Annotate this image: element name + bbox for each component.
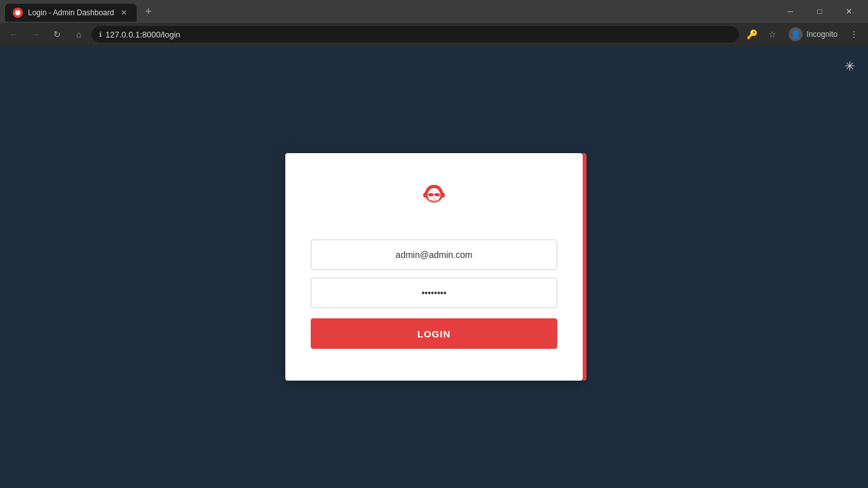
- password-input[interactable]: [311, 278, 557, 308]
- incognito-label: Incognito: [806, 30, 837, 39]
- svg-rect-2: [428, 193, 433, 196]
- back-button[interactable]: ←: [5, 25, 23, 43]
- login-card: LOGIN: [285, 153, 583, 381]
- home-button[interactable]: ⌂: [70, 25, 88, 43]
- new-tab-button[interactable]: +: [139, 3, 157, 20]
- url-host: 127.0.0.1:8000/login: [105, 30, 180, 39]
- svg-rect-3: [435, 193, 440, 196]
- login-button[interactable]: LOGIN: [311, 318, 557, 349]
- star-icon[interactable]: ☆: [763, 25, 781, 43]
- forward-button[interactable]: →: [27, 25, 44, 43]
- admin-avatar-icon: [414, 179, 454, 219]
- browser-chrome: Login - Admin Dashboard ✕ + ─ □ ✕ ← → ↻ …: [0, 0, 868, 46]
- svg-point-7: [441, 193, 445, 198]
- email-input[interactable]: [311, 240, 557, 270]
- svg-point-6: [423, 193, 427, 198]
- refresh-button[interactable]: ↻: [48, 25, 66, 43]
- incognito-button[interactable]: 👤 Incognito: [783, 26, 843, 43]
- tab-favicon-icon: [13, 8, 23, 18]
- menu-button[interactable]: ⋮: [845, 25, 863, 43]
- tab-title: Login - Admin Dashboard: [28, 8, 114, 17]
- lock-icon: ℹ: [99, 30, 102, 39]
- browser-tab[interactable]: Login - Admin Dashboard ✕: [5, 4, 137, 22]
- maximize-button[interactable]: □: [806, 3, 834, 20]
- key-icon[interactable]: 🔑: [743, 25, 761, 43]
- browser-toolbar: ← → ↻ ⌂ ℹ 127.0.0.1:8000/login 🔑 ☆ 👤 Inc…: [0, 23, 868, 46]
- toolbar-right: 🔑 ☆ 👤 Incognito ⋮: [743, 25, 863, 43]
- page-content: ✳: [0, 46, 868, 488]
- minimize-button[interactable]: ─: [776, 3, 804, 20]
- incognito-avatar-icon: 👤: [789, 27, 803, 41]
- login-form: LOGIN: [311, 240, 557, 349]
- url-text: 127.0.0.1:8000/login: [105, 30, 180, 39]
- login-logo: [311, 179, 557, 219]
- window-controls: ─ □ ✕: [776, 3, 863, 20]
- theme-toggle-button[interactable]: ✳: [844, 58, 855, 74]
- close-button[interactable]: ✕: [835, 3, 863, 20]
- address-bar[interactable]: ℹ 127.0.0.1:8000/login: [92, 26, 739, 43]
- tab-close-button[interactable]: ✕: [119, 8, 129, 18]
- browser-title-bar: Login - Admin Dashboard ✕ + ─ □ ✕: [0, 0, 868, 23]
- svg-point-5: [433, 198, 435, 199]
